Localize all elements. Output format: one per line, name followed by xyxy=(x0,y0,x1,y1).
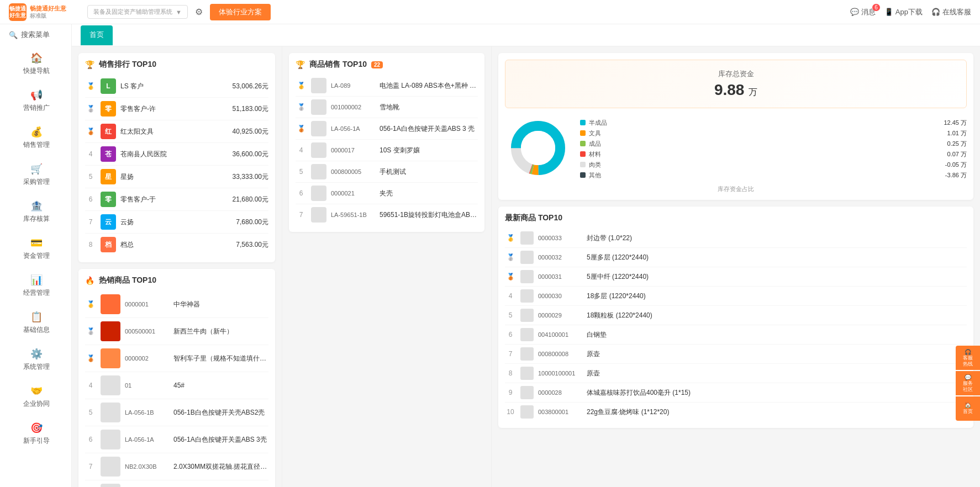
legend-dot xyxy=(580,151,586,157)
online-service-button[interactable]: 🎧 在线客服 xyxy=(931,7,971,17)
rank-number: 10 xyxy=(505,408,516,416)
newest-product-item: 🥇 0000033 封边带 (1.0*22) xyxy=(505,229,967,248)
product-code: 0000033 xyxy=(538,235,582,241)
rank-number: 🥉 xyxy=(85,354,96,362)
rank-number: 🥇 xyxy=(85,300,96,308)
product-img-placeholder xyxy=(311,164,326,179)
product-item: 5 000800005 手机测试 xyxy=(296,161,478,183)
rank-value: 7,563.00元 xyxy=(236,240,268,250)
newest-product-item: 🥉 0000031 5厘中纤 (1220*2440) xyxy=(505,267,967,287)
sales-badge: 22 xyxy=(371,61,383,68)
sidebar-item-quicknav[interactable]: 🏠 快捷导航 xyxy=(0,45,71,82)
sidebar-item-basics[interactable]: 📋 基础信息 xyxy=(0,304,71,341)
rank-number: 4 xyxy=(296,146,307,154)
rank-item: 🥈 零 零售客户-许 51,183.00元 xyxy=(85,98,268,120)
rank-number: 4 xyxy=(85,382,96,389)
system-name[interactable]: 装备及固定资产辅助管理系统 ▼ xyxy=(87,5,188,19)
product-code: 003800001 xyxy=(538,409,582,415)
product-item: 6 0000021 夹壳 xyxy=(296,183,478,204)
sales-icon: 💰 xyxy=(30,126,43,138)
settings-icon[interactable]: ⚙ xyxy=(191,4,207,20)
newest-products-card: 最新商品 TOP10 🥇 0000033 封边带 (1.0*22) 🥈 0000… xyxy=(498,207,973,428)
sidebar-item-newbie[interactable]: 🎯 新手引导 xyxy=(0,415,71,452)
home-icon: 🏠 xyxy=(30,52,43,64)
product-code: 0000031 xyxy=(538,273,582,280)
product-code: 10000100001 xyxy=(538,370,582,377)
system-selector[interactable]: 装备及固定资产辅助管理系统 ▼ ⚙ 体验行业方案 xyxy=(87,4,844,20)
product-name: 2.0X30MM双搓花轴.搓花直径2.1MM/ROHS xyxy=(173,462,268,472)
community-button[interactable]: 💬 服务社区 xyxy=(956,371,980,395)
rank-number: 7 xyxy=(85,218,96,226)
nav-tabs: 首页 xyxy=(72,24,980,46)
trial-button[interactable]: 体验行业方案 xyxy=(210,4,271,20)
sidebar-item-inventory[interactable]: 🏦 库存核算 xyxy=(0,193,71,230)
legend-dot xyxy=(580,172,586,178)
right-panel: 库存总资金 9.88 万 xyxy=(492,46,980,487)
product-image-placeholder xyxy=(101,403,120,422)
sidebar-item-collab[interactable]: 🤝 企业协同 xyxy=(0,378,71,415)
product-name: 056-1B白色按键开关壳ABS2壳 xyxy=(173,408,268,417)
rank-avatar: 星 xyxy=(101,169,116,184)
donut-chart xyxy=(505,115,571,183)
rank-number: 5 xyxy=(85,173,96,181)
product-name: 手机测试 xyxy=(380,167,478,177)
rank-number: 🥈 xyxy=(505,253,516,261)
product-img-placeholder xyxy=(520,405,534,419)
collab-icon: 🤝 xyxy=(30,385,43,397)
sidebar-item-operations[interactable]: 📊 经营管理 xyxy=(0,267,71,304)
product-img-placeholder xyxy=(311,99,326,115)
product-name: 新西兰牛肉（新牛） xyxy=(173,327,268,336)
hot-product-item: 4 01 45# xyxy=(85,372,268,399)
sidebar-item-purchase[interactable]: 🛒 采购管理 xyxy=(0,156,71,193)
search-icon: 🔍 xyxy=(9,31,18,39)
customer-service-button[interactable]: 🎧 客服热线 xyxy=(956,346,980,370)
product-name: 电池盖 LA-089 ABS本色+黑种 7.1 克 xyxy=(380,81,478,91)
rank-number: 6 xyxy=(296,189,307,197)
app-download-button[interactable]: 📱 App下载 xyxy=(884,7,923,17)
message-button[interactable]: 💬 消息 6 xyxy=(850,7,876,17)
newest-product-item: 5 0000029 18颗粒板 (1220*2440) xyxy=(505,306,967,325)
product-name: 体城嘉核味苏打饮品400毫升 (1*15) xyxy=(587,388,967,398)
product-name: 056-1A白色按键开关盖ABS 3 壳 xyxy=(380,124,478,134)
product-code: 0000021 xyxy=(331,190,375,197)
product-code: 01 xyxy=(125,382,169,389)
inventory-total-value-row: 9.88 万 xyxy=(514,81,957,99)
tab-home[interactable]: 首页 xyxy=(81,25,113,45)
message-icon: 💬 xyxy=(850,8,859,16)
basics-icon: 📋 xyxy=(30,311,43,323)
product-code: LA-056-1B xyxy=(125,409,169,416)
product-code: 0000029 xyxy=(538,312,582,319)
product-sales-ranking-card: 🏆 商品销售 TOP10 22 🥇 LA-089 电池盖 LA-089 ABS本… xyxy=(289,53,484,232)
hot-product-item: 7 NB2.0X30B 2.0X30MM双搓花轴.搓花直径2.1MM/ROHS xyxy=(85,453,268,480)
sidebar-item-finance[interactable]: 💳 资金管理 xyxy=(0,230,71,267)
rank-number: 6 xyxy=(85,436,96,443)
logo: 畅捷通好生意 畅捷通好生意 标准版 xyxy=(9,3,81,21)
rank-avatar: 云 xyxy=(101,214,116,230)
product-name: 智利车子里（规格不知道填什么） xyxy=(173,354,268,363)
hot-product-item: 🥉 0000002 智利车子里（规格不知道填什么） xyxy=(85,345,268,372)
hot-product-item: 6 LA-056-1A 056-1A白色按键开关盖ABS 3壳 xyxy=(85,426,268,453)
product-code: LA-59651-1B xyxy=(331,211,375,218)
product-name: 中华神器 xyxy=(173,300,268,309)
rank-name: 星扬 xyxy=(120,172,228,182)
homepage-button[interactable]: 🏠 首页 xyxy=(956,396,980,421)
rank-number: 🥉 xyxy=(85,128,96,135)
rank-value: 40,925.00元 xyxy=(233,127,268,136)
legend-dot xyxy=(580,141,586,146)
newest-product-item: 10 003800001 22g鱼豆腐·烧烤味 (1*12*20) xyxy=(505,403,967,421)
search-menu-button[interactable]: 🔍 搜索菜单 xyxy=(0,24,71,45)
product-img-placeholder xyxy=(520,270,534,283)
rank-number: 🥇 xyxy=(505,234,516,242)
sidebar-item-system[interactable]: ⚙️ 系统管理 xyxy=(0,341,71,378)
sidebar-item-marketing[interactable]: 📢 营销推广 xyxy=(0,82,71,119)
customer-ranking-card: 🏆 销售排行 TOP10 🥇 L LS 客户 53,006.26元 🥈 零 零售… xyxy=(78,53,275,262)
legend-dot xyxy=(580,120,586,125)
product-image xyxy=(101,321,120,341)
rank-number: 9 xyxy=(505,389,516,396)
product-code: 0000028 xyxy=(538,389,582,396)
inventory-chart-container: 半成品 12.45 万 文具 1.01 万 成品 0 xyxy=(505,115,967,183)
rank-number: 🥉 xyxy=(296,125,307,133)
product-name: 5厘多层 (1220*2440) xyxy=(587,253,967,262)
product-image xyxy=(101,294,120,314)
sidebar-item-sales[interactable]: 💰 销售管理 xyxy=(0,119,71,156)
